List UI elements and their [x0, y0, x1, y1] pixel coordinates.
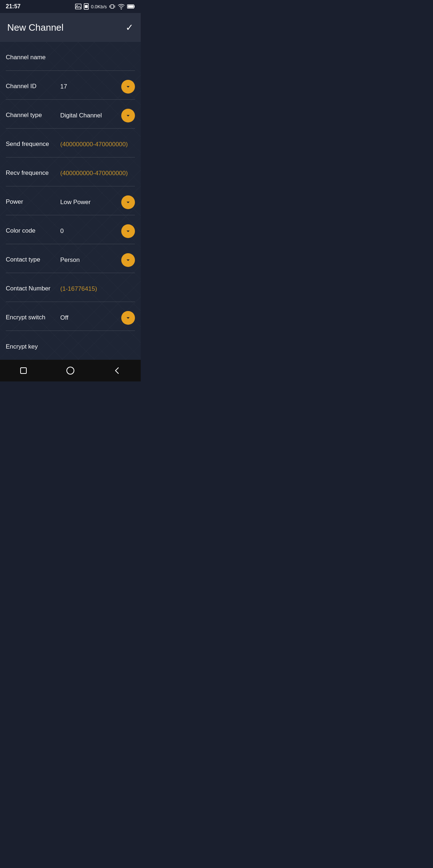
- image-icon: [75, 4, 82, 9]
- form-row-contact-type: Contact typePerson: [6, 244, 135, 273]
- dropdown-btn-channel-type[interactable]: [121, 109, 135, 122]
- value-color-code: 0: [60, 228, 121, 235]
- svg-rect-0: [75, 4, 81, 9]
- dropdown-btn-color-code[interactable]: [121, 224, 135, 238]
- svg-rect-3: [85, 5, 88, 8]
- label-contact-number: Contact Number: [6, 285, 54, 293]
- value-encrypt-switch: Off: [60, 314, 121, 321]
- form-row-encrypt-key: Encrypt key: [6, 331, 135, 360]
- form-content: Channel nameChannel ID17Channel typeDigi…: [0, 42, 141, 360]
- value-container-encrypt-switch[interactable]: Off: [60, 311, 135, 325]
- svg-rect-9: [134, 5, 135, 8]
- sim-icon: [84, 3, 89, 10]
- form-row-power: PowerLow Power: [6, 186, 135, 215]
- label-channel-name: Channel name: [6, 53, 54, 61]
- value-recv-frequence: (400000000-470000000): [60, 170, 135, 177]
- confirm-button[interactable]: ✓: [126, 22, 134, 33]
- value-power: Low Power: [60, 199, 121, 206]
- recent-apps-button[interactable]: [13, 363, 34, 379]
- circle-icon: [66, 366, 75, 375]
- status-icons: 0.0Kb/s: [75, 3, 135, 10]
- status-time: 21:57: [6, 3, 21, 10]
- back-icon: [113, 366, 122, 375]
- svg-point-7: [121, 9, 122, 10]
- label-channel-type: Channel type: [6, 111, 54, 119]
- label-recv-frequence: Recv frequence: [6, 169, 54, 177]
- page-title: New Channel: [7, 22, 64, 33]
- label-encrypt-switch: Encrypt switch: [6, 314, 54, 321]
- svg-rect-11: [21, 368, 26, 373]
- navigation-bar: [0, 360, 141, 381]
- battery-icon: [127, 4, 135, 9]
- form-row-channel-type: Channel typeDigital Channel: [6, 100, 135, 129]
- form-row-encrypt-switch: Encrypt switchOff: [6, 302, 135, 331]
- label-send-frequence: Send frequence: [6, 140, 54, 148]
- svg-rect-4: [111, 5, 114, 8]
- dropdown-btn-power[interactable]: [121, 195, 135, 209]
- form-row-send-frequence: Send frequence(400000000-470000000): [6, 129, 135, 157]
- value-container-contact-number: (1-16776415): [60, 285, 135, 293]
- form-row-color-code: Color code0: [6, 215, 135, 244]
- home-button[interactable]: [60, 363, 81, 379]
- label-channel-id: Channel ID: [6, 82, 54, 90]
- value-contact-number: (1-16776415): [60, 285, 135, 293]
- value-container-contact-type[interactable]: Person: [60, 253, 135, 267]
- value-container-channel-type[interactable]: Digital Channel: [60, 109, 135, 122]
- header: New Channel ✓: [0, 13, 141, 42]
- label-color-code: Color code: [6, 227, 54, 235]
- form-row-channel-name: Channel name: [6, 42, 135, 71]
- value-channel-id: 17: [60, 83, 121, 90]
- label-contact-type: Contact type: [6, 256, 54, 264]
- dropdown-btn-contact-type[interactable]: [121, 253, 135, 267]
- label-encrypt-key: Encrypt key: [6, 343, 54, 351]
- value-channel-type: Digital Channel: [60, 112, 121, 119]
- svg-rect-10: [128, 5, 134, 8]
- square-icon: [19, 366, 28, 375]
- value-container-channel-id[interactable]: 17: [60, 80, 135, 94]
- dropdown-btn-encrypt-switch[interactable]: [121, 311, 135, 325]
- value-contact-type: Person: [60, 256, 121, 264]
- value-container-send-frequence: (400000000-470000000): [60, 141, 135, 148]
- svg-point-12: [67, 367, 74, 374]
- network-speed: 0.0Kb/s: [91, 4, 107, 9]
- vibrate-icon: [109, 3, 115, 10]
- back-button[interactable]: [106, 363, 128, 379]
- value-send-frequence: (400000000-470000000): [60, 141, 135, 148]
- status-bar: 21:57 0.0Kb/s: [0, 0, 141, 13]
- form-row-recv-frequence: Recv frequence(400000000-470000000): [6, 157, 135, 186]
- svg-point-1: [76, 5, 78, 6]
- label-power: Power: [6, 198, 54, 206]
- wifi-icon: [118, 4, 125, 9]
- dropdown-btn-channel-id[interactable]: [121, 80, 135, 94]
- form-row-channel-id: Channel ID17: [6, 71, 135, 100]
- value-container-recv-frequence: (400000000-470000000): [60, 170, 135, 177]
- form-row-contact-number: Contact Number(1-16776415): [6, 273, 135, 302]
- value-container-power[interactable]: Low Power: [60, 195, 135, 209]
- value-container-color-code[interactable]: 0: [60, 224, 135, 238]
